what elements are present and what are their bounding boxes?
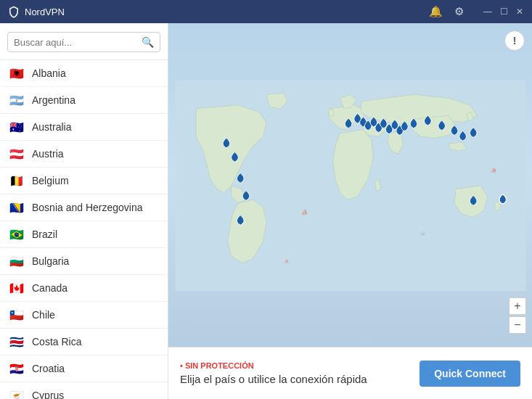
- app-title: NordVPN: [25, 7, 65, 17]
- country-name: Chile: [32, 309, 55, 321]
- country-name: Bosnia and Herzegovina: [32, 202, 143, 213]
- country-name: Albania: [32, 67, 66, 79]
- country-item[interactable]: 🇦🇺Australia: [0, 114, 168, 141]
- country-item[interactable]: 🇨🇾Cyprus: [0, 382, 168, 399]
- country-name: Argentina: [32, 94, 75, 106]
- country-name: Brazil: [32, 229, 57, 240]
- maximize-button[interactable]: ☐: [499, 7, 509, 17]
- zoom-in-button[interactable]: +: [509, 297, 526, 315]
- zoom-out-button[interactable]: −: [509, 316, 526, 334]
- country-flag: 🇦🇺: [9, 121, 25, 133]
- info-label: Elija el país o utilice la conexión rápi…: [180, 373, 408, 385]
- country-flag: 🇦🇷: [9, 94, 25, 106]
- country-name: Croatia: [32, 363, 65, 374]
- zoom-controls: + −: [509, 297, 526, 334]
- search-input[interactable]: [14, 37, 142, 48]
- country-name: Cyprus: [32, 390, 64, 399]
- country-name: Costa Rica: [32, 336, 81, 347]
- svg-text:🏔: 🏔: [420, 231, 425, 236]
- country-flag: 🇧🇬: [9, 255, 25, 267]
- country-item[interactable]: 🇭🇷Croatia: [0, 355, 168, 382]
- main-content: 🔍 🇦🇱Albania🇦🇷Argentina🇦🇺Australia🇦🇹Austr…: [0, 23, 532, 399]
- quick-connect-button[interactable]: Quick Connect: [420, 361, 520, 387]
- world-map-svg: ⛵ ⛵ ⛵ 🏔: [173, 81, 528, 291]
- country-flag: 🇨🇷: [9, 336, 25, 347]
- country-name: Bulgaria: [32, 255, 69, 267]
- country-item[interactable]: 🇨🇦Canada: [0, 275, 168, 302]
- country-item[interactable]: 🇦🇹Austria: [0, 141, 168, 168]
- country-item[interactable]: 🇧🇷Brazil: [0, 221, 168, 248]
- world-map: ⛵ ⛵ ⛵ 🏔: [168, 30, 532, 341]
- country-name: Canada: [32, 282, 67, 294]
- country-flag: 🇨🇱: [9, 309, 25, 321]
- country-list: 🇦🇱Albania🇦🇷Argentina🇦🇺Australia🇦🇹Austria…: [0, 60, 168, 399]
- country-item[interactable]: 🇦🇱Albania: [0, 60, 168, 87]
- titlebar: NordVPN 🔔 ⚙ — ☐ ✕: [0, 0, 532, 23]
- country-item[interactable]: 🇦🇷Argentina: [0, 87, 168, 114]
- country-flag: 🇦🇹: [9, 148, 25, 160]
- country-flag: 🇧🇷: [9, 229, 25, 240]
- minimize-button[interactable]: —: [483, 7, 493, 17]
- country-name: Belgium: [32, 175, 69, 186]
- country-flag: 🇭🇷: [9, 363, 25, 374]
- search-box: 🔍: [0, 23, 168, 60]
- country-flag: 🇧🇦: [9, 202, 25, 213]
- window-controls: — ☐ ✕: [483, 7, 525, 17]
- notification-button[interactable]: 🔔: [429, 5, 443, 18]
- search-icon: 🔍: [142, 36, 154, 48]
- info-bar: SIN PROTECCIÓN Elija el país o utilice l…: [168, 347, 532, 399]
- search-wrapper[interactable]: 🔍: [7, 32, 160, 52]
- app-logo: NordVPN: [7, 5, 429, 18]
- svg-text:⛵: ⛵: [301, 208, 308, 215]
- nordvpn-logo-icon: [7, 5, 20, 18]
- sidebar: 🔍 🇦🇱Albania🇦🇷Argentina🇦🇺Australia🇦🇹Austr…: [0, 23, 168, 399]
- close-button[interactable]: ✕: [515, 7, 525, 17]
- country-item[interactable]: 🇨🇷Costa Rica: [0, 329, 168, 355]
- country-flag: 🇨🇦: [9, 282, 25, 294]
- country-name: Austria: [32, 148, 64, 160]
- country-name: Australia: [32, 121, 71, 133]
- connection-status: SIN PROTECCIÓN: [180, 361, 408, 370]
- country-item[interactable]: 🇨🇱Chile: [0, 302, 168, 329]
- country-flag: 🇨🇾: [9, 390, 25, 399]
- info-text: SIN PROTECCIÓN Elija el país o utilice l…: [180, 361, 408, 385]
- svg-text:⛵: ⛵: [491, 167, 497, 173]
- svg-text:⛵: ⛵: [284, 258, 290, 264]
- country-item[interactable]: 🇧🇦Bosnia and Herzegovina: [0, 194, 168, 221]
- titlebar-controls: 🔔 ⚙ — ☐ ✕: [429, 5, 525, 18]
- settings-button[interactable]: ⚙: [454, 5, 464, 18]
- country-item[interactable]: 🇧🇪Belgium: [0, 168, 168, 194]
- country-flag: 🇧🇪: [9, 175, 25, 186]
- country-item[interactable]: 🇧🇬Bulgaria: [0, 248, 168, 275]
- country-flag: 🇦🇱: [9, 67, 25, 79]
- map-area[interactable]: !: [168, 23, 532, 399]
